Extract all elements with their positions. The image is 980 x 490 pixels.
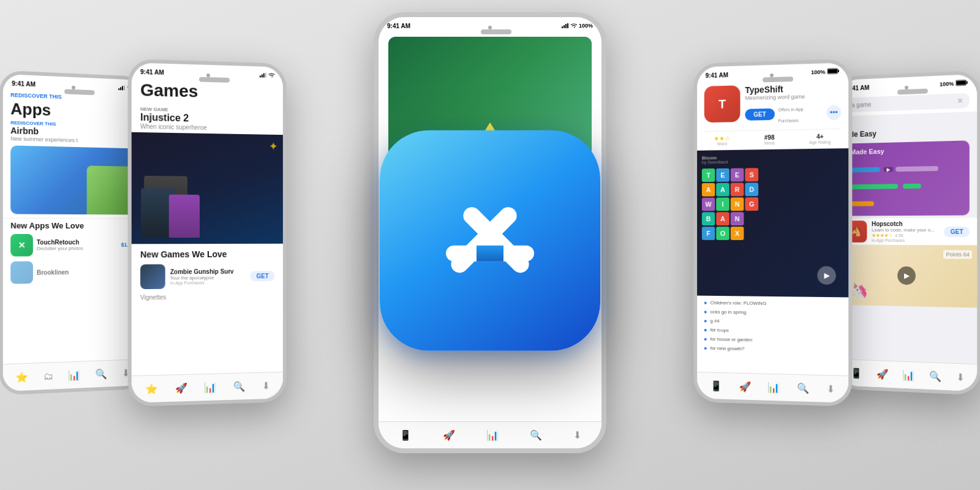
tab-search-1[interactable]: 🔍 [96, 368, 107, 380]
age-label: Age Rating [809, 140, 831, 145]
time-1: 9:41 AM [12, 80, 36, 88]
touchretouch-item[interactable]: TouchRetouch Declutter your photos $1.99 [3, 232, 141, 259]
phone-5: 9:41 AM 100% a game ✕ s ade Easy [835, 70, 980, 395]
featured-icon-2: ⭐ [145, 383, 157, 395]
tab-bar-3: 📱 🚀 📊 🔍 ⬇ [379, 421, 601, 448]
hopscotch-sub: in-App Purchases [872, 238, 939, 243]
tab-categories-1[interactable]: 🗂 [43, 371, 53, 382]
search-icon-4: 🔍 [797, 382, 809, 394]
hopscotch-name: Hopscotch [872, 221, 939, 227]
games-icon-4: 🚀 [739, 381, 751, 393]
cell-F: F [702, 227, 715, 240]
featured-icon-3: 📱 [399, 429, 412, 441]
second-app-item[interactable]: Brooklinen [3, 258, 141, 287]
speaker-2 [199, 77, 230, 83]
cell-T: T [702, 168, 715, 182]
tab-charts-3[interactable]: 📊 [486, 429, 499, 441]
tab-rocket-2[interactable]: 🚀 [175, 382, 187, 394]
svg-rect-0 [118, 88, 119, 90]
clear-icon-5[interactable]: ✕ [957, 96, 963, 105]
updates-icon-5: ⬇ [956, 371, 964, 383]
search-placeholder-5: a game [851, 101, 871, 108]
bar-white [895, 166, 938, 172]
search-icon-1: 🔍 [96, 368, 107, 380]
phones-wrapper: 9:41 AM REDISCOVER THIS Apps REDISCOVER … [0, 0, 980, 490]
stars-label: Word [714, 141, 730, 146]
list-text-5: for house or garden [710, 336, 753, 342]
vignettes-label: Vignettes [132, 293, 283, 301]
play-button[interactable]: ▶ [817, 266, 835, 285]
svg-rect-7 [265, 72, 266, 77]
hopscotch-get-button[interactable]: GET [944, 226, 969, 236]
stat-stars: ★★☆ Word [714, 135, 730, 146]
tab-featured-3[interactable]: 📱 [399, 429, 412, 441]
time-4: 9:41 AM [706, 72, 728, 79]
video-play-button[interactable]: ▶ [897, 266, 916, 285]
battery-4: 100% [811, 69, 825, 75]
list-text-4: for crops [710, 327, 729, 333]
tab-charts-5[interactable]: 📊 [903, 369, 915, 382]
new-games-label: New Games We Love [132, 244, 283, 262]
purple-card: Made Easy ▶ [846, 140, 970, 216]
zombie-get-button[interactable]: GET [251, 271, 275, 281]
typeshift-get-button[interactable]: GET [745, 108, 774, 120]
cell-W: W [702, 198, 715, 211]
zombie-app-item[interactable]: Zombie Gunship Surv Tour the apocalypse … [132, 261, 283, 292]
list-text-3: g #4 [710, 318, 720, 323]
touchretouch-name: TouchRetouch [37, 239, 118, 246]
hopscotch-info: Hopscotch Learn to code, make your o... … [872, 221, 939, 243]
tab-featured-4[interactable]: 📱 [710, 380, 722, 391]
categories-icon-1: 🗂 [43, 371, 53, 382]
tab-games-4[interactable]: 🚀 [739, 381, 751, 393]
svg-rect-21 [477, 246, 503, 262]
new-apps-label: New Apps We Love [3, 218, 141, 232]
p4-list: Children's role: PLOWING ocks go in spri… [697, 296, 848, 358]
time-2: 9:41 AM [140, 68, 164, 75]
games-icon-5: 🚀 [876, 368, 889, 380]
icons-3: 100% [562, 23, 593, 29]
typeshift-more-button[interactable]: ••• [827, 105, 841, 120]
touchretouch-icon [10, 234, 33, 257]
tab-updates-5[interactable]: ⬇ [956, 371, 964, 383]
points-label: Points 64 [944, 250, 972, 258]
tab-search-3[interactable]: 🔍 [530, 429, 542, 441]
typeshift-icon-letter: T [718, 97, 726, 111]
typeshift-stats: ★★☆ Word #98 Word 4+ Age Rating [697, 129, 848, 150]
tab-charts-4[interactable]: 📊 [768, 382, 780, 394]
tab-search-4[interactable]: 🔍 [797, 382, 809, 394]
battery-3: 100% [579, 23, 593, 29]
zombie-info: Zombie Gunship Surv Tour the apocalypse … [170, 268, 246, 285]
offers-text: Offers in-App Purchases [778, 107, 804, 123]
speaker-3 [481, 29, 511, 34]
svg-rect-11 [567, 23, 568, 28]
tab-top-1[interactable]: 📊 [69, 369, 81, 382]
rank-label: Word [764, 141, 775, 145]
hopscotch-stars: ★★★★☆ [872, 233, 892, 238]
tab-bar-2: ⭐ 🚀 📊 🔍 ⬇ [132, 372, 283, 403]
updates-icon-4: ⬇ [827, 383, 835, 395]
tab-charts-2[interactable]: 📊 [205, 382, 217, 394]
cell-G: G [745, 197, 758, 211]
p5-search-bar[interactable]: a game ✕ [846, 93, 970, 113]
cell-E: E [716, 168, 729, 182]
tab-updates-4[interactable]: ⬇ [827, 383, 835, 395]
hopscotch-item[interactable]: 🐴 Hopscotch Learn to code, make your o..… [839, 218, 977, 246]
tab-featured-1[interactable]: ⭐ [16, 371, 28, 383]
tab-games-5[interactable]: 🚀 [876, 368, 889, 380]
battery-icon-5 [956, 80, 968, 88]
colored-card-5: Made Easy ▶ [846, 140, 970, 216]
arrow-icon: ▶ [887, 167, 891, 172]
tab-featured-2[interactable]: ⭐ [145, 383, 157, 395]
tab-bar-1: ⭐ 🗂 📊 🔍 ⬇ [3, 359, 141, 391]
tab-updates-2[interactable]: ⬇ [262, 380, 270, 391]
tab-games-3[interactable]: 🚀 [443, 429, 455, 441]
tab-updates-3[interactable]: ⬇ [573, 429, 581, 441]
tab-search-5[interactable]: 🔍 [929, 370, 941, 382]
tab-search-2[interactable]: 🔍 [233, 380, 246, 392]
word-row-4: B A N [702, 212, 758, 225]
battery-pct-5: 100% [940, 81, 954, 88]
speaker-4 [763, 77, 793, 82]
signal-icon-1 [118, 85, 126, 91]
search-icon-2: 🔍 [233, 380, 246, 392]
phone-4: 9:41 AM 100% T TypeShift Mesmerizing wor… [693, 59, 852, 407]
